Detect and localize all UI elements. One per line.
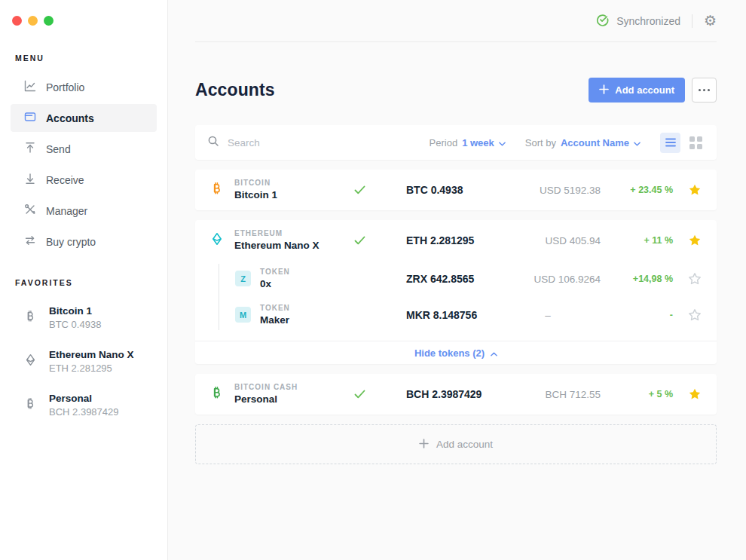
sidebar-item-receive[interactable]: Receive: [11, 166, 157, 194]
currency-tag: ETHEREUM: [234, 228, 319, 239]
star-outline-icon[interactable]: [673, 272, 717, 286]
favorite-item-ethereum-nano-x[interactable]: Ethereum Nano X ETH 2.281295: [0, 340, 167, 384]
zoom-window-button[interactable]: [44, 16, 54, 26]
sort-filter: Sort by Account Name: [525, 137, 641, 148]
favorite-balance: BCH 2.3987429: [49, 405, 119, 419]
favorite-balance: BTC 0.4938: [49, 318, 101, 332]
account-text: BITCOIN Bitcoin 1: [234, 178, 277, 202]
account-balance: ETH 2.281295: [381, 234, 495, 246]
period-dropdown[interactable]: 1 week: [462, 137, 506, 148]
sidebar-item-label: Accounts: [46, 112, 94, 124]
account-identity: BITCOIN Bitcoin 1: [210, 178, 338, 202]
sidebar-item-label: Portfolio: [46, 81, 84, 93]
plus-icon: [419, 439, 429, 451]
send-arrow-up-icon: [24, 142, 36, 156]
add-account-button-label: Add account: [615, 84, 674, 96]
sort-dropdown[interactable]: Account Name: [561, 137, 641, 148]
zrx-token-icon: Z: [235, 271, 251, 286]
search-input[interactable]: [228, 137, 393, 148]
token-tag: TOKEN: [260, 303, 290, 314]
close-window-button[interactable]: [12, 16, 22, 26]
topbar-divider: [692, 14, 692, 28]
sort-value: Account Name: [561, 137, 629, 148]
sidebar-item-manager[interactable]: Manager: [11, 197, 157, 225]
favorite-text: Ethereum Nano X ETH 2.281295: [49, 348, 134, 375]
account-row-ethereum-nano-x[interactable]: ETHEREUM Ethereum Nano X ETH 2.281295 US…: [195, 220, 717, 261]
search-box: [207, 135, 430, 150]
sidebar-item-send[interactable]: Send: [11, 135, 157, 163]
tools-icon: [24, 203, 36, 218]
token-row-0x[interactable]: Z TOKEN 0x ZRX 642.8565 USD 106.9264 +14…: [195, 261, 717, 297]
window-controls: [0, 16, 167, 26]
account-row-personal[interactable]: BITCOIN CASH Personal BCH 2.3987429 BCH …: [195, 374, 717, 415]
favorite-name: Bitcoin 1: [49, 304, 101, 318]
account-row-bitcoin-1[interactable]: BITCOIN Bitcoin 1 BTC 0.4938 USD 5192.38…: [195, 170, 717, 210]
token-tag: TOKEN: [260, 267, 290, 277]
favorite-name: Personal: [49, 392, 119, 405]
star-filled-icon[interactable]: [673, 234, 717, 247]
favorites-section-label: FAVORITES: [0, 278, 167, 287]
star-outline-icon[interactable]: [673, 308, 717, 322]
view-mode-switch: [660, 133, 706, 153]
bitcoin-icon: [210, 182, 224, 198]
sort-by-label: Sort by: [525, 137, 556, 148]
dot: [699, 89, 701, 91]
chevron-up-icon: [491, 347, 497, 359]
synced-check-icon: [338, 390, 381, 399]
favorite-name: Ethereum Nano X: [49, 348, 134, 362]
add-account-placeholder-label: Add account: [436, 439, 493, 450]
add-account-placeholder-button[interactable]: Add account: [195, 424, 717, 464]
bitcoin-icon: [24, 310, 37, 326]
menu-section-label: MENU: [0, 54, 167, 63]
synchronized-check-icon: [596, 14, 609, 29]
ethereum-icon: [210, 232, 224, 249]
token-balance: MKR 8.148756: [381, 309, 495, 321]
grid-square: [697, 136, 702, 142]
minimize-window-button[interactable]: [28, 16, 38, 26]
favorite-item-personal[interactable]: Personal BCH 2.3987429: [0, 384, 167, 427]
sync-status-text: Synchronized: [616, 15, 680, 27]
dot: [703, 89, 705, 91]
sidebar-item-accounts[interactable]: Accounts: [11, 104, 157, 132]
account-delta: + 23.45 %: [601, 185, 673, 195]
hide-tokens-label: Hide tokens (2): [414, 347, 485, 359]
header-actions: Add account: [589, 78, 717, 103]
settings-gear-icon[interactable]: ⚙: [704, 14, 717, 28]
token-identity: M TOKEN Maker: [195, 303, 381, 327]
accounts-page: Accounts Add account: [168, 42, 746, 464]
ethereum-icon: [24, 353, 37, 369]
plus-icon: [599, 84, 609, 96]
more-options-button[interactable]: [692, 78, 717, 103]
period-value: 1 week: [462, 137, 494, 148]
star-filled-icon[interactable]: [673, 387, 717, 401]
list-view-button[interactable]: [660, 133, 680, 153]
add-account-button[interactable]: Add account: [589, 78, 685, 103]
synced-check-icon: [338, 236, 381, 245]
sidebar-item-buy-crypto[interactable]: Buy crypto: [11, 228, 157, 256]
portfolio-chart-icon: [24, 80, 36, 94]
exchange-arrows-icon: [24, 234, 36, 249]
star-filled-icon[interactable]: [673, 183, 717, 197]
sidebar-item-label: Send: [46, 143, 71, 155]
grid-view-button[interactable]: [686, 133, 706, 153]
token-identity: Z TOKEN 0x: [195, 267, 381, 291]
sidebar-item-portfolio[interactable]: Portfolio: [11, 73, 157, 101]
account-name: Ethereum Nano X: [234, 239, 319, 252]
favorite-balance: ETH 2.281295: [49, 362, 134, 375]
favorite-item-bitcoin-1[interactable]: Bitcoin 1 BTC 0.4938: [0, 296, 167, 340]
grid-square: [697, 144, 702, 149]
sidebar-item-label: Receive: [46, 174, 84, 186]
sidebar: MENU Portfolio Accounts: [0, 0, 168, 560]
favorites-list: Bitcoin 1 BTC 0.4938 Ethereum Nano X ETH…: [0, 296, 167, 427]
sync-status[interactable]: Synchronized: [596, 14, 680, 29]
account-countervalue: USD 405.94: [495, 235, 601, 246]
chevron-down-icon: [499, 137, 506, 148]
bitcoin-cash-icon: [24, 397, 37, 413]
dot: [708, 89, 710, 91]
account-name: Personal: [234, 393, 298, 406]
hide-tokens-button[interactable]: Hide tokens (2): [195, 341, 717, 364]
chevron-down-icon: [634, 137, 641, 148]
token-row-maker[interactable]: M TOKEN Maker MKR 8.148756 – -: [195, 297, 717, 333]
synced-check-icon: [338, 185, 381, 194]
sidebar-item-label: Buy crypto: [46, 236, 96, 248]
